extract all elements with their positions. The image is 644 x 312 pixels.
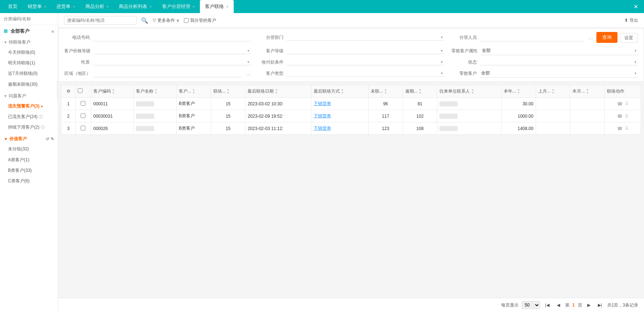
sort-year-amount[interactable]: ▲▼	[517, 88, 520, 94]
row-contact-action[interactable]: ☎ ⠿	[605, 110, 641, 122]
row-checkbox[interactable]	[81, 113, 85, 118]
status-select[interactable]: ▾	[480, 59, 638, 65]
nav-sales-order[interactable]: 销货单 ×	[23, 0, 51, 13]
zero-customer-select[interactable]: 全部 ▾	[480, 69, 638, 78]
col-customer-code[interactable]: 客户编码 ▲▼	[91, 85, 134, 98]
sidebar-search-input[interactable]	[4, 16, 58, 21]
close-customer-contact[interactable]: ×	[226, 4, 228, 9]
select-all-checkbox[interactable]	[78, 88, 82, 93]
region-input[interactable]	[93, 70, 241, 77]
col-year-amount[interactable]: 本年... ▲▼	[501, 85, 536, 98]
col-uncontacted[interactable]: 未联... ▲▼	[368, 85, 403, 98]
nav-home[interactable]: 首页	[3, 0, 23, 13]
my-customers-checkbox-label[interactable]: 我分管的客户	[184, 17, 216, 24]
close-purchase-order[interactable]: ×	[73, 4, 75, 9]
sort-uncontacted[interactable]: ▲▼	[384, 88, 387, 94]
col-last-contact-method[interactable]: 最后联络方式 ▲▼	[311, 85, 369, 98]
col-contact-count[interactable]: 联络... ▲▼	[211, 85, 245, 98]
col-last-month[interactable]: 上月... ▲▼	[536, 85, 570, 98]
col-customer-type[interactable]: 客户... ▲▼	[176, 85, 211, 98]
per-page-select[interactable]: 50 20 100	[522, 301, 540, 309]
row-last-contact-method[interactable]: 下销货单	[311, 110, 369, 122]
col-this-month[interactable]: 本月... ▲▼	[570, 85, 605, 98]
nature-select[interactable]: ▾	[93, 59, 251, 65]
search-input[interactable]	[64, 16, 137, 25]
more-conditions-button[interactable]: ▽ 更多条件 ∨	[153, 17, 180, 24]
nav-product-analysis-list[interactable]: 商品分析列表 ×	[114, 0, 157, 13]
sort-overdue[interactable]: ▲▼	[419, 88, 422, 94]
sort-customer-type[interactable]: ▲▼	[192, 88, 195, 94]
query-button[interactable]: 查询	[596, 32, 617, 43]
manager-more-icon[interactable]: …	[588, 35, 593, 40]
phone-input[interactable]	[93, 34, 251, 41]
sidebar-item-b-class[interactable]: B类客户(33)	[0, 165, 58, 176]
col-last-contact-date[interactable]: 最后联络日期 ▲▼	[245, 85, 311, 98]
sort-customer-code[interactable]: ▲▼	[112, 88, 115, 94]
close-product-analysis-list[interactable]: ×	[149, 4, 152, 9]
sidebar-group-value-title[interactable]: ▼ 价值客户 ↺ ✎	[0, 134, 58, 144]
sidebar-group-pending-title[interactable]: ▼ 待联络客户	[0, 37, 58, 47]
dept-select[interactable]: ▾	[286, 34, 444, 41]
row-contact-action[interactable]: ☎ ⠿	[605, 98, 641, 110]
next-last-button[interactable]: ▶|	[596, 302, 604, 308]
sort-last-month[interactable]: ▲▼	[552, 88, 555, 94]
sidebar-item-c-class[interactable]: C类客户(6)	[0, 176, 58, 186]
row-checkbox-cell[interactable]	[76, 122, 91, 135]
region-more-icon[interactable]: …	[246, 70, 251, 76]
refresh-icon[interactable]: ↺	[45, 137, 49, 142]
sidebar-item-overdue[interactable]: 逾期未联络(30)	[0, 79, 58, 90]
row-checkbox-cell[interactable]	[76, 98, 91, 110]
contact-icon[interactable]: ☎	[617, 126, 623, 131]
export-button[interactable]: ⬆ 导出	[624, 17, 638, 24]
col-overdue[interactable]: 逾期... ▲▼	[403, 85, 437, 98]
col-customer-name[interactable]: 客户名称 ▲▼	[134, 85, 177, 98]
sort-last-contact-date[interactable]: ▲▼	[275, 88, 278, 94]
manager-input[interactable]	[480, 34, 584, 41]
close-customer-stratification[interactable]: ×	[193, 4, 195, 9]
prev-first-button[interactable]: |◀	[543, 302, 552, 308]
nav-customer-contact[interactable]: 客户联络 ×	[200, 0, 233, 13]
row-contact-action[interactable]: ☎ ⠿	[605, 122, 641, 135]
row-checkbox-cell[interactable]	[76, 110, 91, 122]
sort-last-contact-method[interactable]: ▲▼	[341, 88, 344, 94]
payment-select[interactable]: ▾	[286, 59, 444, 65]
sidebar-item-churned[interactable]: 已流失客户(24) ⓘ	[0, 112, 58, 122]
my-customers-checkbox[interactable]	[184, 18, 189, 23]
row-last-contact-method[interactable]: 下销货单	[311, 122, 369, 135]
row-checkbox[interactable]	[81, 126, 85, 130]
price-level-select[interactable]: ▾	[93, 48, 251, 54]
prev-button[interactable]: ◀	[555, 302, 562, 308]
sort-contact-count[interactable]: ▲▼	[227, 88, 230, 94]
settings-button[interactable]: 设置	[620, 33, 638, 43]
contact-icon[interactable]: ☎	[617, 114, 623, 119]
sidebar-group-problem-title[interactable]: ▼ 问题客户	[0, 91, 58, 101]
window-close-button[interactable]: ✕	[631, 3, 641, 10]
sort-customer-name[interactable]: ▲▼	[154, 88, 157, 94]
more-action-icon[interactable]: ⠿	[625, 126, 628, 131]
sort-this-month[interactable]: ▲▼	[586, 88, 589, 94]
sidebar-item-churn-warning[interactable]: 流失预警客户(3) ●	[0, 101, 58, 112]
sidebar-item-ungroup[interactable]: 未分组(32)	[0, 144, 58, 154]
nav-purchase-order[interactable]: 进货单 ×	[51, 0, 80, 13]
sort-contact-person[interactable]: ▲▼	[471, 88, 474, 94]
row-checkbox[interactable]	[81, 101, 85, 106]
nav-customer-stratification[interactable]: 客户分层经营 ×	[157, 0, 200, 13]
sidebar-item-tomorrow[interactable]: 明天待联络(1)	[0, 58, 58, 68]
customer-level-select[interactable]: ▾	[286, 48, 444, 54]
close-sales-order[interactable]: ×	[44, 4, 46, 9]
zero-attr-select[interactable]: 全部 ▾	[480, 46, 638, 55]
sidebar-item-declining[interactable]: 持续下滑客户(2) ⓘ	[0, 122, 58, 133]
col-checkbox-header[interactable]	[76, 85, 91, 98]
customer-type-select[interactable]: ▾	[286, 70, 444, 77]
contact-icon[interactable]: ☎	[617, 101, 623, 106]
col-contact-person[interactable]: 往来单位联系人 ▲▼	[437, 85, 501, 98]
edit-icon[interactable]: ✎	[51, 137, 54, 142]
close-product-analysis[interactable]: ×	[106, 4, 109, 9]
more-action-icon[interactable]: ⠿	[625, 114, 628, 119]
sidebar-item-today[interactable]: 今天待联络(0)	[0, 47, 58, 58]
col-settings[interactable]: ⚙	[61, 85, 76, 98]
sidebar-item-7days[interactable]: 近7天待联络(0)	[0, 68, 58, 79]
sidebar-all-customers[interactable]: ⊞ 全部客户 «	[0, 25, 58, 37]
sidebar-collapse-button[interactable]: «	[51, 28, 54, 34]
more-action-icon[interactable]: ⠿	[625, 101, 628, 106]
